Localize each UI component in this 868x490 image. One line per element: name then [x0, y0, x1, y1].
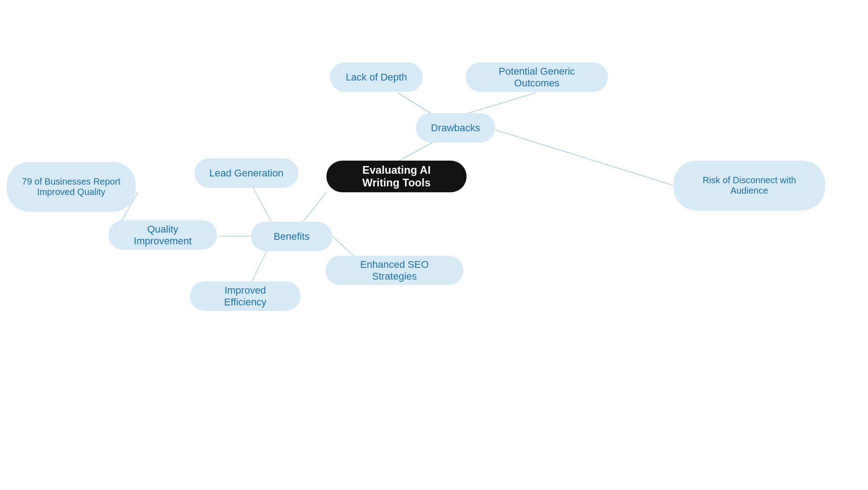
improved-efficiency-label: Improved Efficiency — [203, 285, 287, 308]
svg-line-7 — [398, 93, 434, 115]
svg-line-9 — [495, 130, 674, 186]
svg-line-8 — [461, 93, 536, 115]
potential-generic-label: Potential Generic Outcomes — [479, 66, 594, 89]
79-businesses-node[interactable]: 79 of Businesses Report Improved Quality — [7, 162, 136, 212]
risk-disconnect-label: Risk of Disconnect with Audience — [687, 175, 811, 196]
center-node[interactable]: Evaluating AI Writing Tools — [326, 161, 467, 192]
risk-disconnect-node[interactable]: Risk of Disconnect with Audience — [674, 161, 825, 210]
enhanced-seo-node[interactable]: Enhanced SEO Strategies — [326, 256, 463, 285]
drawbacks-node[interactable]: Drawbacks — [416, 113, 495, 143]
drawbacks-label: Drawbacks — [431, 122, 480, 134]
improved-efficiency-node[interactable]: Improved Efficiency — [190, 281, 301, 311]
79-businesses-label: 79 of Businesses Report Improved Quality — [20, 176, 122, 197]
benefits-node[interactable]: Benefits — [251, 222, 332, 251]
quality-improvement-label: Quality Improvement — [122, 224, 203, 247]
enhanced-seo-label: Enhanced SEO Strategies — [339, 259, 450, 282]
lack-of-depth-node[interactable]: Lack of Depth — [330, 62, 423, 92]
lead-generation-node[interactable]: Lead Generation — [194, 158, 298, 188]
lack-of-depth-label: Lack of Depth — [346, 71, 407, 83]
lead-generation-label: Lead Generation — [209, 167, 283, 179]
quality-improvement-node[interactable]: Quality Improvement — [108, 220, 217, 250]
potential-generic-node[interactable]: Potential Generic Outcomes — [466, 62, 608, 92]
benefits-label: Benefits — [274, 231, 310, 243]
